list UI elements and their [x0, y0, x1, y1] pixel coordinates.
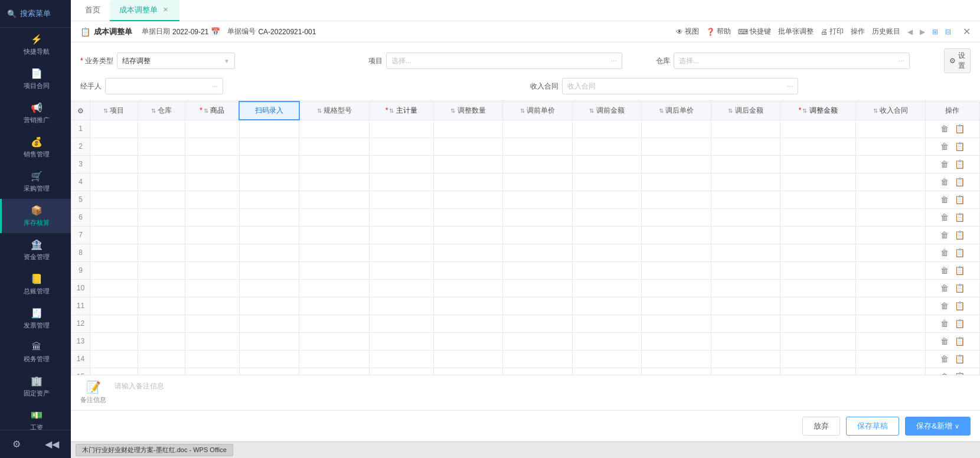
form-close-btn[interactable]: ✕	[963, 26, 971, 37]
row-copy-btn[interactable]: 📋	[953, 159, 966, 169]
cell-adj-amount[interactable]	[780, 297, 856, 315]
cell-spec-type[interactable]	[299, 191, 369, 208]
cell-income-contract[interactable]	[856, 350, 926, 368]
cell-pre-adj-price[interactable]	[503, 208, 573, 226]
row-delete-btn[interactable]: 🗑	[939, 354, 950, 364]
cell-product[interactable]	[185, 332, 240, 350]
settings-btn[interactable]: ⚙ 设置	[944, 48, 971, 73]
cell-spec-type[interactable]	[299, 173, 369, 191]
cell-project[interactable]	[90, 315, 138, 332]
cell-warehouse[interactable]	[138, 208, 185, 226]
sidebar-item-purchase-management[interactable]: 🛒 采购管理	[0, 165, 71, 199]
cell-main-qty[interactable]	[369, 332, 433, 350]
tab-close-btn[interactable]: ✕	[161, 5, 170, 14]
shortcut-btn[interactable]: ⌨ 快捷键	[738, 27, 771, 37]
cell-warehouse[interactable]	[138, 350, 185, 368]
cell-product[interactable]	[185, 191, 240, 208]
cell-adj-qty[interactable]	[433, 297, 503, 315]
business-type-input[interactable]: 结存调整 ▼	[117, 53, 235, 69]
help-btn[interactable]: ❓ 帮助	[706, 27, 731, 37]
cell-pre-adj-amount[interactable]	[572, 244, 642, 261]
cell-warehouse[interactable]	[138, 191, 185, 208]
cell-scan-input[interactable]	[239, 261, 299, 279]
cell-post-adj-price[interactable]	[642, 244, 711, 261]
save-draft-btn[interactable]: 保存草稿	[846, 417, 899, 436]
cell-product[interactable]	[185, 138, 240, 155]
row-delete-btn[interactable]: 🗑	[939, 176, 950, 187]
cell-scan-input[interactable]	[239, 332, 299, 350]
cell-scan-input[interactable]	[239, 368, 299, 375]
row-delete-btn[interactable]: 🗑	[939, 123, 950, 134]
cell-pre-adj-amount[interactable]	[572, 208, 642, 226]
row-copy-btn[interactable]: 📋	[953, 141, 966, 152]
cell-main-qty[interactable]	[369, 208, 433, 226]
row-copy-btn[interactable]: 📋	[953, 371, 966, 375]
project-input[interactable]: 选择... ···	[386, 53, 622, 69]
cell-post-adj-price[interactable]	[642, 368, 711, 375]
row-copy-btn[interactable]: 📋	[953, 300, 966, 311]
cell-spec-type[interactable]	[299, 208, 369, 226]
cell-product[interactable]	[185, 244, 240, 261]
income-contract-input[interactable]: 收入合同 ···	[562, 78, 798, 94]
cell-post-adj-amount[interactable]	[711, 191, 780, 208]
tab-cost-adjustment[interactable]: 成本调整单 ✕	[110, 0, 179, 21]
cell-post-adj-price[interactable]	[642, 279, 711, 297]
cell-adj-amount[interactable]	[780, 261, 856, 279]
cell-income-contract[interactable]	[856, 332, 926, 350]
row-copy-btn[interactable]: 📋	[953, 176, 966, 187]
history-btn[interactable]: 历史账目	[872, 27, 900, 37]
cell-post-adj-price[interactable]	[642, 173, 711, 191]
cell-income-contract[interactable]	[856, 368, 926, 375]
nav-prev-btn[interactable]: ◀	[907, 28, 913, 36]
cell-project[interactable]	[90, 279, 138, 297]
cell-warehouse[interactable]	[138, 173, 185, 191]
cell-adj-amount[interactable]	[780, 191, 856, 208]
cell-pre-adj-price[interactable]	[503, 173, 573, 191]
cell-main-qty[interactable]	[369, 350, 433, 368]
sort-income-contract[interactable]: ⇅	[873, 107, 878, 114]
date-icon[interactable]: 📅	[211, 27, 220, 36]
row-delete-btn[interactable]: 🗑	[939, 265, 950, 276]
cell-pre-adj-amount[interactable]	[572, 350, 642, 368]
cell-project[interactable]	[90, 368, 138, 375]
cell-product[interactable]	[185, 173, 240, 191]
sidebar-item-sales-management[interactable]: 💰 销售管理	[0, 130, 71, 165]
cell-adj-amount[interactable]	[780, 173, 856, 191]
cell-scan-input[interactable]	[239, 244, 299, 261]
cell-adj-qty[interactable]	[433, 315, 503, 332]
cell-main-qty[interactable]	[369, 226, 433, 244]
cell-main-qty[interactable]	[369, 368, 433, 375]
row-delete-btn[interactable]: 🗑	[939, 194, 950, 205]
cell-scan-input[interactable]	[239, 173, 299, 191]
row-copy-btn[interactable]: 📋	[953, 123, 966, 134]
sort-pre-adj-amount[interactable]: ⇅	[589, 107, 594, 114]
cell-main-qty[interactable]	[369, 315, 433, 332]
sort-post-adj-price[interactable]: ⇅	[659, 107, 664, 114]
row-copy-btn[interactable]: 📋	[953, 354, 966, 364]
cell-pre-adj-price[interactable]	[503, 261, 573, 279]
row-copy-btn[interactable]: 📋	[953, 336, 966, 346]
cell-product[interactable]	[185, 279, 240, 297]
cell-pre-adj-price[interactable]	[503, 350, 573, 368]
row-copy-btn[interactable]: 📋	[953, 283, 966, 293]
cell-pre-adj-price[interactable]	[503, 297, 573, 315]
row-delete-btn[interactable]: 🗑	[939, 371, 950, 375]
cell-pre-adj-price[interactable]	[503, 191, 573, 208]
sort-adj-qty[interactable]: ⇅	[450, 107, 455, 114]
cell-spec-type[interactable]	[299, 261, 369, 279]
expand-view-btn[interactable]: ⊟	[945, 28, 951, 36]
cell-scan-input[interactable]	[239, 297, 299, 315]
cell-post-adj-amount[interactable]	[711, 279, 780, 297]
cell-pre-adj-amount[interactable]	[572, 332, 642, 350]
cell-post-adj-price[interactable]	[642, 332, 711, 350]
cell-warehouse[interactable]	[138, 138, 185, 155]
cell-income-contract[interactable]	[856, 138, 926, 155]
cell-spec-type[interactable]	[299, 138, 369, 155]
sidebar-item-quick-nav[interactable]: ⚡ 快捷导航	[0, 28, 71, 62]
row-delete-btn[interactable]: 🗑	[939, 247, 950, 258]
cell-project[interactable]	[90, 138, 138, 155]
cell-pre-adj-price[interactable]	[503, 315, 573, 332]
remarks-input[interactable]	[113, 380, 971, 399]
cell-income-contract[interactable]	[856, 173, 926, 191]
cell-post-adj-amount[interactable]	[711, 350, 780, 368]
